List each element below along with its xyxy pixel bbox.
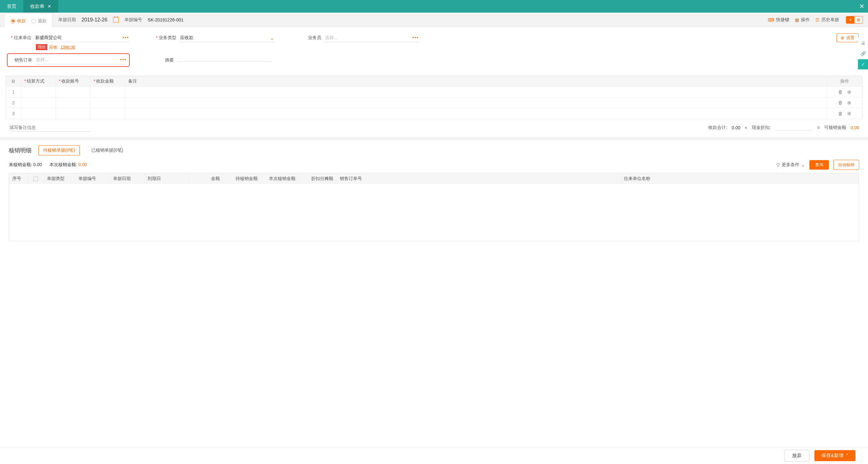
equals-sign: = [817,125,820,130]
col-amount: 金额 [189,173,223,184]
summary-label: 摘要 [155,57,174,63]
col-customer: 往来单位名称 [621,173,859,184]
cell-method[interactable] [21,87,56,97]
keyboard-icon: ⌨ [768,17,774,22]
more-filter-label: 更多条件 [782,162,799,168]
cell-remark[interactable] [125,87,827,97]
summary-field[interactable]: 摘要 [155,57,272,63]
discount-input[interactable] [775,124,813,131]
col-checkbox[interactable] [28,173,44,184]
docno-value: SK-20191226-001 [148,17,184,22]
add-row-icon[interactable]: ⊕ [847,100,851,106]
party-field[interactable]: 往来单位 新盛商贸公司 ••• [9,34,129,42]
remark-input[interactable] [9,123,91,132]
party-value: 新盛商贸公司 ••• [35,34,129,42]
view-card-icon[interactable]: ⊞ [855,17,863,23]
row-index: 3 [6,108,21,119]
date-value: 2019-12-26 [82,17,107,23]
radio-receive[interactable]: 收款 [11,18,26,24]
payment-table: ⚙ 结算方式 收款账号 收款金额 备注 操作 1 🗑 ⊕ 2 🗑 ⊕ 3 [6,76,862,119]
filter-icon: ▽ [776,162,780,167]
chevron-down-icon: ⌄ [801,162,805,167]
cell-amount[interactable] [90,97,125,108]
query-button[interactable]: 查询 [809,160,829,170]
cell-amount[interactable] [90,108,125,119]
expand-icon[interactable]: ⤢ [858,59,868,69]
row-index: 1 [6,87,21,97]
auto-writeoff-button[interactable]: 自动核销 [833,160,859,170]
chevron-down-icon[interactable]: ⌄ [270,36,274,41]
receivable-link[interactable]: 1390.00 [60,45,75,50]
table-row[interactable]: 1 🗑 ⊕ [6,87,862,97]
shortcut-button[interactable]: ⌨ 快捷键 [768,17,789,23]
table-row[interactable]: 3 🗑 ⊕ [6,108,862,119]
table-row[interactable]: 2 🗑 ⊕ [6,97,862,108]
salesman-field[interactable]: 业务员 选择... ••• [299,34,419,42]
add-row-icon[interactable]: ⊕ [847,89,851,95]
col-method: 结算方式 [24,79,44,84]
settings-button[interactable]: ⚙ 设置 [837,33,859,42]
calendar-icon[interactable] [113,17,119,23]
mode-radio-group: 收款 退款 [5,14,53,28]
add-row-icon[interactable]: ⊕ [847,111,851,116]
cell-account[interactable] [56,108,90,119]
delete-row-icon[interactable]: 🗑 [838,100,843,105]
table-header: ⚙ 结算方式 收款账号 收款金额 备注 操作 [6,76,862,87]
checkbox-icon[interactable] [33,176,38,181]
plus-sign: + [745,125,747,130]
party-label: 往来单位 [9,35,31,41]
cell-remark[interactable] [125,108,827,119]
docno-label: 单据编号 [124,17,142,23]
subtab-pending[interactable]: 待核销单据(0笔) [38,145,80,155]
col-date: 单据日期 [110,173,145,184]
header-bar: 收款 退款 单据日期 2019-12-26 单据编号 SK-20191226-0… [0,12,868,27]
ellipsis-icon[interactable]: ••• [123,35,129,40]
col-type: 单据类型 [44,173,75,184]
cell-method[interactable] [21,97,56,108]
col-amount: 收款金额 [94,79,114,84]
operate-label: 操作 [801,17,810,23]
print-icon[interactable]: 🖨 [858,38,868,48]
settings-label: 设置 [846,35,855,41]
history-button[interactable]: ☰ 历史单据 [815,17,839,23]
close-tab-icon[interactable]: ✕ [48,4,51,9]
gear-icon: ⚙ [841,36,844,40]
cell-remark[interactable] [125,97,827,108]
col-due: 到期日 [145,173,189,184]
cell-method[interactable] [21,108,56,119]
subtab-done[interactable]: 已核销单据(0笔) [87,145,128,155]
tab-receipt[interactable]: 收款单 ✕ [23,0,58,12]
net-label: 可核销金额 [824,125,846,130]
more-filter-button[interactable]: ▽ 更多条件 ⌄ [776,162,805,168]
sales-order-label: 销售订单 [10,57,32,63]
operate-button[interactable]: ▦ 操作 [795,17,810,23]
tab-home[interactable]: 首页 [0,0,23,12]
col-seq: 序号 [9,173,28,184]
sales-order-field[interactable]: 销售订单 选择... ••• [7,53,130,67]
salesman-value: 选择... ••• [324,34,419,42]
ellipsis-icon[interactable]: ••• [120,57,127,62]
cell-amount[interactable] [90,87,125,97]
close-window-icon[interactable]: ✕ [856,0,868,12]
sales-order-value: 选择... ••• [35,56,127,64]
date-label: 单据日期 [58,17,76,23]
view-list-icon[interactable]: ≡ [846,17,855,23]
link-icon[interactable]: 🔗 [858,49,868,59]
cell-account[interactable] [56,87,90,97]
biztype-field[interactable]: 业务类型 应收款 ⌄ [154,34,274,42]
row-index: 2 [6,97,21,108]
writeoff-table: 序号 单据类型 单据编号 单据日期 到期日 金额 待核销金额 本次核销金额 折扣… [9,173,859,241]
tab-receipt-label: 收款单 [30,3,44,9]
col-disc: 折扣分摊额 [299,173,337,184]
thistime-value: 0.00 [79,162,87,167]
delete-row-icon[interactable]: 🗑 [838,111,843,116]
receivable-badge-row: 现结 应收: 1390.00 [36,44,859,50]
gear-column[interactable]: ⚙ [6,76,21,86]
delete-row-icon[interactable]: 🗑 [838,89,843,94]
radio-refund-label: 退款 [38,18,46,24]
col-sales-order: 销售订单号 [337,173,621,184]
right-sidebar: 🖨 🔗 ⤢ [858,38,868,69]
cell-account[interactable] [56,97,90,108]
radio-refund[interactable]: 退款 [31,18,46,24]
ellipsis-icon[interactable]: ••• [412,35,419,40]
